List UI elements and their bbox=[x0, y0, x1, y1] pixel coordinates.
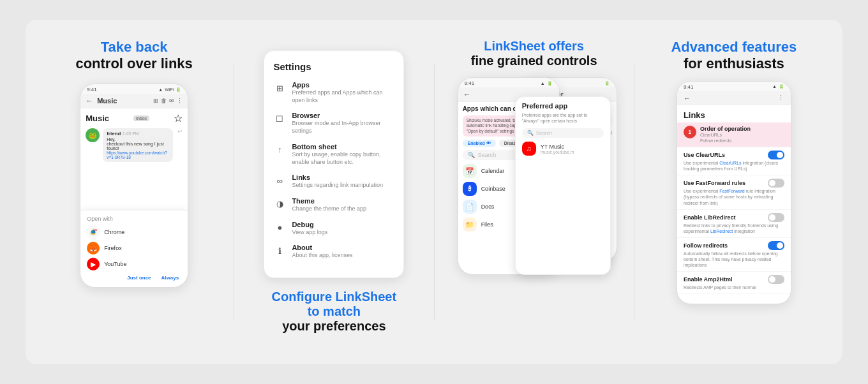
panel4-heading-line1: Advanced features bbox=[671, 39, 797, 55]
configure-line3: your preferences bbox=[272, 319, 397, 334]
libredirect-link: LibRedirect bbox=[710, 229, 733, 233]
amp2html-toggle[interactable] bbox=[768, 275, 784, 284]
followredirects-toggle[interactable] bbox=[768, 241, 784, 250]
adv-status-icons: ▲🔋 bbox=[772, 84, 784, 90]
fastforward-header: Use FastForward rules bbox=[684, 179, 784, 188]
order-num: 1 bbox=[688, 129, 691, 135]
debug-title: Debug bbox=[292, 221, 327, 228]
settings-item-browser: ☐ Browser Browser mode and In-App browse… bbox=[273, 112, 394, 135]
adv-item-fastforward: Use FastForward rules Use experimental F… bbox=[677, 175, 791, 209]
fastforward-title: Use FastForward rules bbox=[684, 180, 745, 186]
message-bubble: friend 2:45 PM Hey, checkout this new so… bbox=[103, 128, 173, 162]
adv-status-bar: 9:41 ▲🔋 bbox=[677, 82, 791, 91]
advanced-phone: 9:41 ▲🔋 ← ⋮ Links 1 Order of operation bbox=[677, 81, 791, 304]
panel-finegrained: LinkSheet offers fine grained controls 9… bbox=[445, 33, 624, 351]
music-title: Music bbox=[97, 97, 117, 105]
adv-item-amp2html: Enable Amp2Html Redirects AMP pages to t… bbox=[677, 272, 791, 294]
panel-settings: Settings ⊞ Apps Preferred apps and Apps … bbox=[244, 33, 423, 351]
fastforward-toggle[interactable] bbox=[768, 179, 784, 188]
music-badge: Inbox bbox=[133, 115, 149, 121]
adv-item-order-inner: 1 Order of operation ClearURLs Follow re… bbox=[684, 126, 784, 144]
grid-icon: ⊞ bbox=[153, 98, 158, 104]
share-icon: ✉ bbox=[169, 98, 174, 104]
fastforward-link: FastForward bbox=[719, 189, 744, 193]
debug-desc: View app logs bbox=[292, 229, 327, 237]
settings-debug-text: Debug View app logs bbox=[292, 221, 327, 237]
settings-links-text: Links Settings regarding link manipulati… bbox=[292, 174, 383, 189]
clearurls-header: Use ClearURLs bbox=[684, 151, 784, 159]
panel1-heading-line2: control over links bbox=[75, 55, 192, 72]
adv-item-followredirects: Follow redirects Automatically follow al… bbox=[677, 238, 791, 272]
links-title: Links bbox=[292, 174, 383, 181]
panel1-heading-line1: Take back bbox=[75, 39, 192, 55]
panel4-heading: Advanced features for enthusiasts bbox=[671, 39, 797, 72]
panel-advanced: Advanced features for enthusiasts 9:41 ▲… bbox=[645, 33, 823, 351]
ytmusic-sub: music.youtube.m bbox=[541, 150, 574, 154]
chat-message: 🐸 friend 2:45 PM Hey, checkout this new … bbox=[86, 128, 183, 162]
adv-item-libredirect: Enable LibRedirect Redirect links to pri… bbox=[677, 210, 791, 238]
followredirects-header: Follow redirects bbox=[684, 241, 784, 250]
divider-3 bbox=[634, 64, 634, 320]
libredirect-toggle[interactable] bbox=[768, 213, 784, 222]
music-label: Music bbox=[86, 114, 109, 123]
app-row-youtube: ▶ YouTube bbox=[87, 258, 181, 270]
chrome-label: Chrome bbox=[104, 229, 181, 235]
delete-icon: 🗑 bbox=[161, 98, 167, 104]
fastforward-desc: Use experimental FastForward rule integr… bbox=[684, 188, 784, 205]
preferred-title: Preferred app bbox=[522, 102, 604, 110]
order-text: Order of operation ClearURLs Follow redi… bbox=[700, 126, 751, 144]
theme-icon: ◑ bbox=[273, 198, 286, 210]
star-icon: ☆ bbox=[174, 112, 183, 124]
adv-item-order: 1 Order of operation ClearURLs Follow re… bbox=[677, 122, 791, 147]
panel3-heading-line1: LinkSheet offers bbox=[471, 39, 597, 54]
amp2html-header: Enable Amp2Html bbox=[684, 275, 784, 284]
files-label: Files bbox=[481, 221, 493, 228]
just-once-button[interactable]: Just once bbox=[124, 274, 153, 282]
bottomsheet-title: Bottom sheet bbox=[292, 143, 394, 151]
filter-enabled[interactable]: Enabled 👁 bbox=[463, 140, 496, 147]
phones-container: 9:41 ▲🔋 ← Apps which can op Shizuku mode… bbox=[458, 77, 611, 294]
settings-item-theme: ◑ Theme Change the theme of the app bbox=[273, 197, 394, 213]
apps-desc: Preferred apps and Apps which can open l… bbox=[292, 89, 394, 104]
theme-title: Theme bbox=[292, 197, 366, 205]
status-bar-3a: 9:41 ▲🔋 bbox=[458, 78, 559, 87]
browser-icon: ☐ bbox=[273, 112, 286, 125]
clearurls-toggle[interactable] bbox=[768, 151, 784, 159]
coinbase-icon: ₿ bbox=[463, 182, 477, 196]
search-icon-3a: 🔍 bbox=[468, 152, 475, 158]
ytmusic-icon: ♫ bbox=[522, 142, 536, 156]
browser-title: Browser bbox=[292, 112, 394, 119]
preferred-app-ytmusic: ♫ YT Music music.youtube.m bbox=[522, 142, 604, 156]
msg-text: Hey, bbox=[107, 137, 169, 142]
avatar: 🐸 bbox=[86, 128, 100, 142]
sender-name: friend 2:45 PM bbox=[107, 131, 169, 137]
adv-back-icon: ← bbox=[684, 94, 691, 102]
youtube-icon: ▶ bbox=[87, 258, 100, 270]
settings-item-about: ℹ About About this app, licenses bbox=[273, 244, 394, 260]
debug-icon: ● bbox=[273, 221, 286, 234]
settings-item-apps: ⊞ Apps Preferred apps and Apps which can… bbox=[273, 81, 394, 104]
settings-about-text: About About this app, licenses bbox=[292, 244, 352, 260]
status-icons: ▲WiFi🔋 bbox=[158, 87, 181, 92]
adv-more-icon: ⋮ bbox=[777, 94, 784, 102]
apps-title: Apps bbox=[292, 81, 394, 89]
chrome-icon bbox=[87, 226, 100, 239]
more-icon: ⋮ bbox=[177, 98, 183, 104]
adv-item-clearurls: Use ClearURLs Use experimental ClearURLs… bbox=[677, 147, 791, 175]
preferred-overlay: Preferred app Preferred apps are the app… bbox=[515, 96, 611, 275]
order-title: Order of operation bbox=[700, 126, 751, 132]
adv-section-title: Links bbox=[677, 105, 791, 122]
main-container: Take back control over links 9:41 ▲WiFi🔋… bbox=[26, 20, 842, 364]
open-with-label: Open with bbox=[87, 216, 181, 222]
links-icon: ∞ bbox=[273, 174, 286, 187]
amp2html-title: Enable Amp2Html bbox=[684, 276, 733, 283]
adv-time: 9:41 bbox=[684, 84, 694, 90]
always-button[interactable]: Always bbox=[159, 274, 182, 282]
bottomsheet-desc: Sort by usage, enable copy button, enabl… bbox=[292, 151, 394, 166]
status-icons-3b: 🔋 bbox=[604, 81, 610, 86]
search-placeholder-3a: Search bbox=[478, 152, 497, 158]
search-text-pref: Search bbox=[536, 130, 552, 136]
apps-icon: ⊞ bbox=[273, 82, 286, 94]
panel4-heading-line2: for enthusiasts bbox=[671, 55, 797, 72]
msg-sub: checkout this new song I just found! bbox=[107, 142, 169, 151]
